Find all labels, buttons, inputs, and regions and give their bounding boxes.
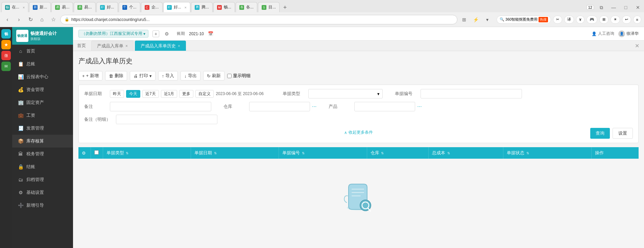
company-selector[interactable]: （勿删勿禁用）江西服宝测试专用 ▾ [78,30,148,38]
th-bill-type[interactable]: 单据类型 ⇅ [103,147,191,159]
date-btn-custom[interactable]: 自定义 [195,90,214,98]
page-tab-list[interactable]: 产成品入库单 × [91,41,134,51]
refresh-nav-button[interactable]: ↻ [26,15,35,24]
sidebar-item-salary[interactable]: 💼 工资 [12,109,73,122]
scissors-btn[interactable]: ✂ [553,16,562,24]
tab-close-1[interactable]: × [23,5,25,9]
settings-query-button[interactable]: 设置 [613,128,633,139]
remark-input[interactable] [110,102,211,111]
company-settings-button[interactable]: ⚙ [163,30,170,37]
page-tab-history[interactable]: 产成品入库单历史 × [135,41,186,51]
browser-tab-6[interactable]: 个 个... [119,2,140,12]
app-icon-weibo[interactable]: 微 [1,51,11,60]
panel-close-button[interactable]: ✕ [633,43,641,49]
add-company-button[interactable]: + [152,30,159,37]
browser-tab-1[interactable]: 畅 在... × [1,2,28,12]
product-input[interactable] [354,102,415,111]
grid-view-btn[interactable]: ⊞ [599,16,609,24]
date-btn-today[interactable]: 今天 [126,90,140,98]
translate-btn[interactable]: 译 [564,16,574,24]
undo-btn[interactable]: ↩ [622,16,631,24]
product-ellipsis-button[interactable]: ··· [417,104,422,110]
bill-no-input[interactable] [421,89,522,98]
browser-tab-3[interactable]: 易 易... [51,2,73,12]
sidebar-item-tax[interactable]: 🏛 税务管理 [12,148,73,160]
address-input[interactable]: 🔒 https://cloud.chanjet.com/accounting/u… [60,15,457,24]
date-btn-1month[interactable]: 近1月 [161,90,177,98]
maximize-button[interactable]: □ [621,3,630,12]
th-bill-status[interactable]: 单据状态 ⇅ [503,147,591,159]
bookmark-button[interactable]: ☆ [49,15,58,24]
tab-count[interactable]: 12 [587,5,594,10]
menu-btn[interactable]: ≡ [633,16,641,24]
print-button[interactable]: 🖨 打印 ▾ [130,71,156,81]
sidebar-item-fund[interactable]: 💰 资金管理 [12,83,73,96]
breadcrumb-home[interactable]: 首页 [73,41,90,51]
page-tab-list-close[interactable]: × [125,44,128,48]
th-warehouse[interactable]: 仓库 ⇅ [367,147,428,159]
sidebar-item-home[interactable]: ⌂ 首页 [12,45,73,58]
yuan-btn[interactable]: ¥ [576,16,584,24]
app-icon-mail[interactable]: ✉ [1,62,11,71]
query-button[interactable]: 查询 [590,128,610,139]
home-nav-button[interactable]: ⌂ [37,15,47,24]
warehouse-input[interactable] [249,102,310,111]
browser-tab-4[interactable]: 易 易... [74,2,95,12]
browser-tab-12[interactable]: S 目... [258,2,280,12]
th-checkbox[interactable] [91,147,103,159]
new-button[interactable]: + + 新增 [78,71,102,81]
search-btn[interactable]: 🔍 360智能抠图免费用 热搜 [497,16,551,24]
forward-button[interactable]: › [14,15,24,24]
browser-tab-9[interactable]: 腾 腾... [191,2,213,12]
grid-button[interactable]: ⊞ [459,15,469,24]
browser-tab-7[interactable]: C 企... [141,2,163,12]
th-bill-no[interactable]: 单据编号 ⇅ [279,147,367,159]
sidebar-item-inventory[interactable]: 📦 库存核算 [12,135,73,148]
page-tab-history-close[interactable]: × [178,44,180,48]
new-tab-button[interactable]: + [280,3,290,12]
restore-button[interactable]: ⧉ [597,3,606,12]
browser-tab-10[interactable]: M 畅... [213,2,235,12]
minimize-button[interactable]: — [609,3,618,12]
sidebar-item-report[interactable]: 📊 云报表中心 [12,70,73,83]
app-icon-star[interactable]: ★ [1,40,11,49]
warehouse-ellipsis-button[interactable]: ··· [312,104,316,110]
close-button[interactable]: ✕ [633,3,643,12]
bill-type-select[interactable]: ▾ [308,89,383,98]
dropdown-arrow[interactable]: ▾ [482,15,492,24]
app-icon-chanjet[interactable]: 畅 [1,29,11,39]
sidebar-item-base[interactable]: ⚙ 基础设置 [12,186,73,199]
browser-tab-5[interactable]: 好 好... [96,2,118,12]
select-all-checkbox[interactable] [94,150,99,155]
display-toggle-label[interactable]: 显示明细 [227,73,251,79]
refresh-button[interactable]: ↻ 刷新 [203,71,224,81]
lightning-button[interactable]: ⚡ [471,15,480,24]
browser-tab-8[interactable]: 好 好... × [163,2,190,12]
user-name-button[interactable]: 👤 徐泽华 [618,30,639,37]
delete-button[interactable]: 🗑 删除 [105,71,127,81]
sidebar-item-new[interactable]: ➕ 新增引导 [12,199,73,212]
display-toggle-checkbox[interactable] [227,74,232,78]
th-total-cost[interactable]: 总成本 ⇅ [428,147,503,159]
service-button[interactable]: 👤 人工咨询 [592,31,614,37]
sidebar-item-fixed[interactable]: 🏢 固定资产 [12,96,73,109]
date-btn-7days[interactable]: 近7天 [142,90,159,98]
tab-close-8[interactable]: × [185,5,187,9]
date-btn-more[interactable]: 更多 [179,90,193,98]
th-settings[interactable]: ⚙ [78,147,91,159]
remark-detail-input[interactable] [116,115,217,124]
sidebar-item-invoice[interactable]: 🧾 发票管理 [12,122,73,135]
sidebar-item-ledger[interactable]: 📋 总账 [12,58,73,70]
back-button[interactable]: ‹ [3,15,12,24]
sidebar-item-checkout[interactable]: 🔒 结账 [12,160,73,173]
browser-tab-11[interactable]: 各 各... [236,2,257,12]
calendar-icon[interactable]: 📅 [208,31,213,36]
date-btn-yesterday[interactable]: 昨天 [110,90,124,98]
sidebar-item-archive[interactable]: 🗂 归档管理 [12,173,73,186]
game-btn[interactable]: 🎮 [587,16,597,24]
browser-tab-2[interactable]: 新 新... [29,2,51,12]
import-button[interactable]: ↑ 导入 [158,71,178,81]
export-button[interactable]: ↓ 导出 [181,71,200,81]
th-bill-date[interactable]: 单据日期 ⇅ [191,147,279,159]
sun-btn[interactable]: ☀ [611,16,620,24]
